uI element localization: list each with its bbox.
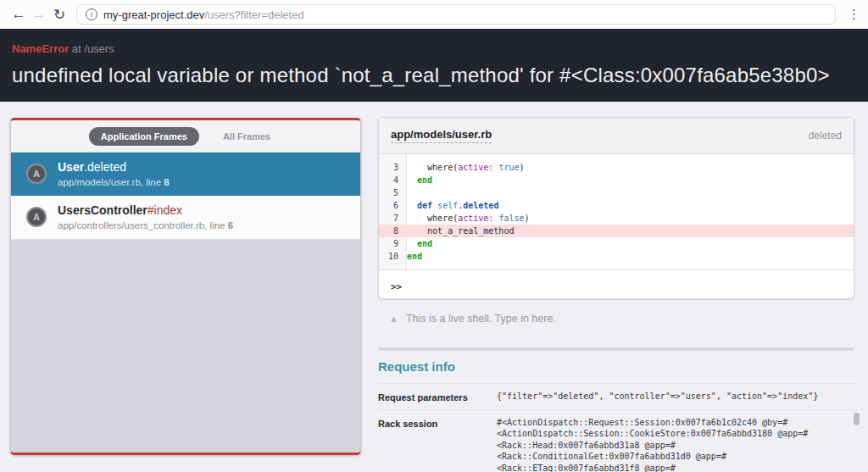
code-token: end — [407, 252, 422, 261]
line-number: 4 — [379, 174, 407, 186]
error-location: at /users — [69, 42, 114, 55]
code-line-error: 8 not_a_real_method — [379, 225, 854, 237]
code-token — [407, 175, 417, 185]
code-area: 3 where(active: true)4 end56 def self.de… — [379, 154, 854, 269]
frame-method-name: #index — [147, 203, 182, 217]
code-text: where(active: false) — [407, 212, 530, 225]
frame-class-name: User — [58, 160, 84, 174]
code-token: def — [417, 201, 432, 210]
error-message: undefined local variable or method `not_… — [12, 64, 854, 87]
code-token: active: — [458, 163, 493, 172]
frame-text: UsersController#indexapp/controllers/use… — [58, 203, 233, 230]
frame-text: User.deletedapp/models/user.rb, line 8 — [58, 160, 170, 187]
frames-tabs: Application FramesAll Frames — [11, 120, 360, 153]
code-file-title[interactable]: app/models/user.rb — [391, 128, 492, 143]
error-header: NameError at /users undefined local vari… — [0, 29, 868, 102]
back-icon[interactable]: ← — [8, 6, 29, 23]
frame-line-number: 8 — [164, 177, 169, 187]
source-code-card: app/models/user.rb deleted 3 where(activ… — [378, 117, 854, 299]
code-line: 10end — [379, 250, 854, 263]
tab-application-frames[interactable]: Application Frames — [89, 127, 199, 146]
code-token: end — [417, 175, 432, 185]
code-line: 5 — [379, 186, 854, 199]
code-token — [407, 239, 417, 248]
tab-all-frames[interactable]: All Frames — [211, 127, 282, 146]
code-lines: 3 where(active: true)4 end56 def self.de… — [379, 161, 854, 263]
warning-triangle-icon: ▲ — [389, 314, 398, 324]
code-text: where(active: true) — [407, 161, 525, 174]
code-token: where( — [407, 214, 458, 223]
live-shell-input[interactable]: >> — [379, 269, 854, 298]
code-token: true — [498, 163, 519, 172]
stack-frame-row[interactable]: AUsersController#indexapp/controllers/us… — [11, 196, 360, 240]
code-text: end — [407, 174, 432, 186]
line-number: 10 — [379, 250, 407, 263]
application-frame-icon: A — [26, 207, 47, 227]
line-number: 3 — [379, 161, 407, 174]
line-number: 9 — [379, 237, 407, 250]
code-header: app/models/user.rb deleted — [379, 118, 854, 154]
request-info-value: {"filter"=>"deleted", "controller"=>"use… — [497, 391, 818, 403]
line-number: 8 — [379, 225, 407, 237]
line-number: 7 — [379, 212, 407, 225]
request-info-row: Rack session#<ActionDispatch::Request::S… — [378, 409, 856, 472]
code-token: active: — [458, 214, 493, 223]
code-token: false — [498, 214, 524, 223]
line-number: 6 — [379, 199, 407, 212]
frame-class-name: UsersController — [58, 203, 147, 217]
request-info-value: #<ActionDispatch::Request::Session:0x007… — [497, 417, 808, 472]
code-token: ) — [525, 214, 530, 223]
code-line: 7 where(active: false) — [379, 212, 854, 225]
code-text: def self.deleted — [407, 199, 498, 212]
code-line: 3 where(active: true) — [379, 161, 854, 174]
error-type: NameError — [12, 42, 69, 55]
request-info-title: Request info — [378, 359, 455, 374]
reload-icon[interactable]: ↻ — [49, 6, 70, 24]
frame-file-location: app/models/user.rb, line 8 — [58, 177, 170, 187]
code-text: end — [407, 237, 432, 250]
code-token: not_a_real_method — [407, 226, 514, 236]
frame-file-location: app/controllers/users_controller.rb, lin… — [58, 220, 233, 230]
code-token — [407, 201, 417, 210]
request-info-table: Request parameters{"filter"=>"deleted", … — [378, 383, 856, 472]
frame-method-name: .deleted — [84, 160, 126, 174]
url-path: /users?filter=deleted — [204, 8, 303, 21]
section-divider — [378, 347, 854, 351]
line-number: 5 — [379, 186, 407, 199]
code-token: where( — [407, 163, 458, 172]
code-token: ) — [520, 163, 525, 172]
code-context-label: deleted — [809, 130, 842, 142]
code-text: end — [407, 250, 422, 263]
scrollbar-thumb[interactable] — [854, 413, 860, 425]
code-line: 9 end — [379, 237, 854, 250]
frame-title: UsersController#index — [58, 203, 233, 218]
error-summary-line: NameError at /users — [12, 41, 854, 56]
stack-frames-panel: Application FramesAll Frames AUser.delet… — [10, 118, 361, 455]
frame-title: User.deleted — [58, 160, 170, 175]
code-token: deleted — [463, 201, 498, 210]
code-token: self — [437, 201, 458, 210]
page-info-icon[interactable]: i — [86, 8, 97, 20]
url-host: my-great-project.dev — [103, 8, 204, 21]
browser-toolbar: ← → ↻ i my-great-project.dev/users?filte… — [0, 0, 868, 29]
frames-list: AUser.deletedapp/models/user.rb, line 8A… — [11, 153, 360, 240]
stack-frame-row[interactable]: AUser.deletedapp/models/user.rb, line 8 — [11, 153, 360, 196]
request-info-label: Request parameters — [378, 391, 497, 403]
request-info-row: Request parameters{"filter"=>"deleted", … — [378, 383, 856, 409]
code-line: 6 def self.deleted — [379, 199, 854, 212]
code-line: 4 end — [379, 174, 854, 186]
request-info-label: Rack session — [378, 417, 497, 472]
live-shell-note: ▲ This is a live shell. Type in here. — [389, 313, 556, 325]
browser-menu-icon[interactable]: ⋮ — [848, 7, 860, 22]
console-prompt: >> — [391, 281, 402, 292]
forward-icon[interactable]: → — [29, 6, 49, 23]
application-frame-icon: A — [26, 164, 47, 184]
address-bar[interactable]: i my-great-project.dev/users?filter=dele… — [76, 4, 836, 25]
code-token: end — [417, 239, 432, 248]
frame-line-number: 6 — [228, 220, 233, 230]
live-shell-note-text: This is a live shell. Type in here. — [406, 313, 556, 325]
code-text: not_a_real_method — [407, 225, 514, 237]
